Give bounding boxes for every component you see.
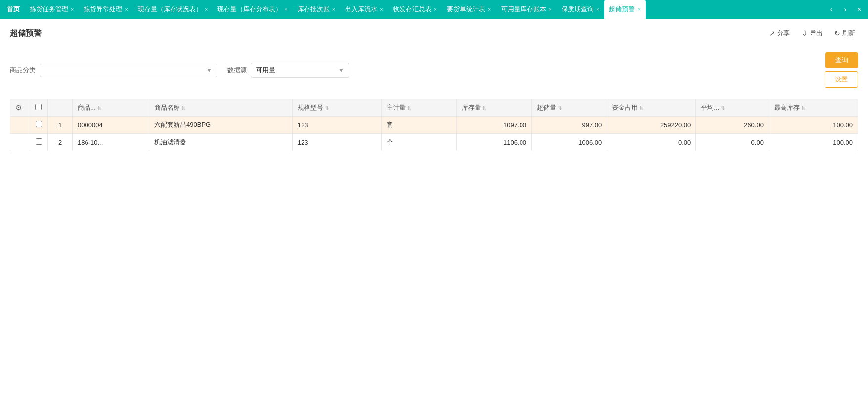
product-category-filter: 商品分类 ▼ — [10, 64, 217, 77]
nav-item-shelf-life[interactable]: 保质期查询× — [557, 0, 604, 19]
nav-item-batch[interactable]: 库存批次账× — [293, 0, 340, 19]
col-unit: 主计量⇅ — [381, 99, 456, 117]
sort-icon-spec[interactable]: ⇅ — [325, 105, 329, 111]
col-overstock: 超储量⇅ — [532, 99, 607, 117]
refresh-icon: ↻ — [834, 29, 840, 37]
nav-close-btn[interactable]: × — [852, 0, 866, 19]
data-source-chevron: ▼ — [338, 67, 344, 74]
nav-item-summary[interactable]: 收发存汇总表× — [388, 0, 442, 19]
sort-icon-overstock[interactable]: ⇅ — [558, 105, 562, 111]
page-title: 超储预警 — [10, 28, 42, 39]
nav-arrows: ‹ › × — [825, 0, 866, 19]
nav-close-x[interactable]: × — [332, 6, 335, 12]
nav-close-x[interactable]: × — [380, 6, 383, 12]
col-max-stock: 最高库存⇅ — [769, 99, 858, 117]
col-avg: 平均...⇅ — [696, 99, 769, 117]
nav-item-label: 现存量（库存状况表） — [138, 5, 202, 14]
nav-item-label: 首页 — [7, 5, 20, 14]
sort-icon-avg[interactable]: ⇅ — [721, 105, 725, 111]
sort-icon-product-name[interactable]: ⇅ — [181, 105, 185, 111]
row-capital: 259220.00 — [607, 117, 696, 134]
row-stock: 1097.00 — [456, 117, 531, 134]
row-check-cell — [30, 134, 48, 151]
row-checkbox[interactable] — [36, 121, 42, 127]
sort-icon-stock[interactable]: ⇅ — [482, 105, 486, 111]
nav-close-x[interactable]: × — [488, 6, 491, 12]
share-btn[interactable]: ↗ 分享 — [766, 27, 793, 40]
row-stock: 1106.00 — [456, 134, 531, 151]
select-all-checkbox[interactable] — [35, 104, 42, 110]
nav-item-label: 出入库流水 — [345, 5, 377, 14]
row-overstock: 997.00 — [532, 117, 607, 134]
nav-item-stock-status[interactable]: 现存量（库存状况表）× — [133, 0, 213, 19]
table-row: 2 186-10... 机油滤清器 123 个 1106.00 1006.00 … — [10, 134, 858, 151]
nav-item-label: 库存批次账 — [298, 5, 330, 14]
sort-icon-max-stock[interactable]: ⇅ — [801, 105, 805, 111]
nav-item-home[interactable]: 首页 — [2, 0, 25, 19]
row-unit: 个 — [381, 134, 456, 151]
sort-icon-unit[interactable]: ⇅ — [407, 105, 411, 111]
data-source-label: 数据源 — [227, 66, 247, 75]
refresh-btn[interactable]: ↻ 刷新 — [831, 27, 858, 40]
col-check — [30, 99, 48, 117]
nav-item-exception[interactable]: 拣货异常处理× — [79, 0, 132, 19]
nav-item-task[interactable]: 拣货任务管理× — [25, 0, 79, 19]
nav-close-x[interactable]: × — [125, 6, 128, 12]
sort-icon-product-code[interactable]: ⇅ — [97, 105, 101, 111]
nav-prev-btn[interactable]: ‹ — [825, 0, 838, 19]
page-header: 超储预警 ↗ 分享 ⇩ 导出 ↻ 刷新 — [10, 27, 858, 40]
row-check-cell — [30, 117, 48, 134]
row-gear-cell — [10, 134, 30, 151]
header-actions: ↗ 分享 ⇩ 导出 ↻ 刷新 — [766, 27, 858, 40]
nav-item-label: 收发存汇总表 — [393, 5, 432, 14]
data-source-value: 可用量 — [256, 66, 275, 75]
row-gear-cell — [10, 117, 30, 134]
table-body: 1 0000004 六配套新昌490BPG 123 套 1097.00 997.… — [10, 117, 858, 151]
nav-item-label: 现存量（库存分布表） — [217, 5, 282, 14]
row-product-code: 186-10... — [73, 134, 149, 151]
nav-close-x[interactable]: × — [205, 6, 208, 12]
col-product-code: 商品...⇅ — [73, 99, 149, 117]
share-icon: ↗ — [769, 29, 775, 37]
nav-close-x[interactable]: × — [596, 6, 599, 12]
nav-item-order-stats[interactable]: 要货单统计表× — [442, 0, 496, 19]
nav-close-x[interactable]: × — [637, 6, 640, 12]
col-spec: 规格型号⇅ — [292, 99, 381, 117]
data-table: ⚙ 商品...⇅ 商品名称⇅ 规格型号⇅ 主计量⇅ — [10, 99, 858, 151]
sort-icon-capital[interactable]: ⇅ — [639, 105, 643, 111]
row-spec: 123 — [292, 117, 381, 134]
export-btn[interactable]: ⇩ 导出 — [799, 27, 825, 40]
col-gear: ⚙ — [10, 99, 30, 117]
row-overstock: 1006.00 — [532, 134, 607, 151]
product-category-select[interactable]: ▼ — [40, 64, 217, 77]
data-source-select[interactable]: 可用量 ▼ — [251, 63, 349, 78]
nav-close-x[interactable]: × — [549, 6, 552, 12]
data-source-filter: 数据源 可用量 ▼ — [227, 63, 349, 78]
row-product-name: 六配套新昌490BPG — [149, 117, 293, 134]
nav-close-x[interactable]: × — [284, 6, 287, 12]
nav-close-x[interactable]: × — [434, 6, 437, 12]
settings-button[interactable]: 设置 — [825, 71, 858, 88]
row-capital: 0.00 — [607, 134, 696, 151]
nav-item-flow[interactable]: 出入库流水× — [340, 0, 388, 19]
nav-item-overstock[interactable]: 超储预警× — [604, 0, 645, 19]
gear-icon[interactable]: ⚙ — [15, 103, 22, 112]
nav-item-available[interactable]: 可用量库存账本× — [496, 0, 557, 19]
nav-close-x[interactable]: × — [71, 6, 74, 12]
row-spec: 123 — [292, 134, 381, 151]
row-checkbox[interactable] — [36, 138, 42, 145]
col-product-name: 商品名称⇅ — [149, 99, 293, 117]
nav-bar: 首页拣货任务管理×拣货异常处理×现存量（库存状况表）×现存量（库存分布表）×库存… — [0, 0, 868, 19]
row-avg: 0.00 — [696, 134, 769, 151]
row-unit: 套 — [381, 117, 456, 134]
nav-item-label: 超储预警 — [609, 5, 635, 14]
query-button[interactable]: 查询 — [825, 52, 858, 68]
table-row: 1 0000004 六配套新昌490BPG 123 套 1097.00 997.… — [10, 117, 858, 134]
row-product-name: 机油滤清器 — [149, 134, 293, 151]
nav-next-btn[interactable]: › — [838, 0, 852, 19]
nav-item-stock-dist[interactable]: 现存量（库存分布表）× — [213, 0, 292, 19]
col-index — [48, 99, 73, 117]
nav-item-label: 保质期查询 — [562, 5, 594, 14]
col-stock: 库存量⇅ — [456, 99, 531, 117]
page-content: 超储预警 ↗ 分享 ⇩ 导出 ↻ 刷新 商品分类 ▼ 数据源 — [0, 19, 868, 395]
